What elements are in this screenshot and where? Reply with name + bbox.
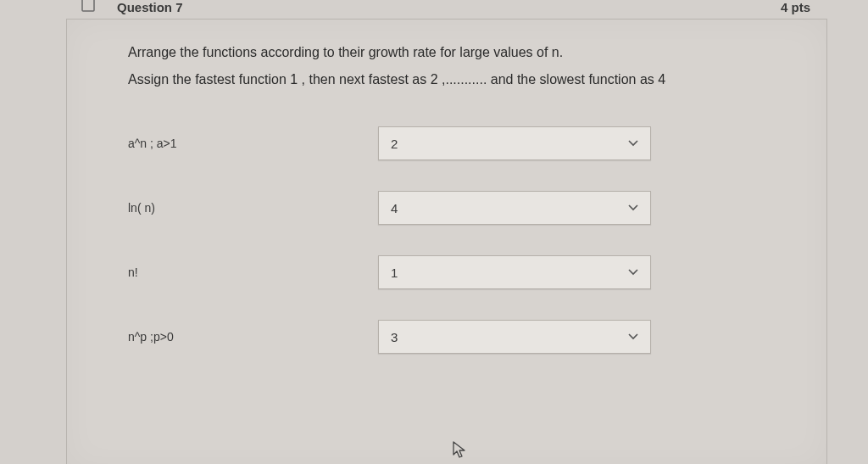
question-container: Question 7 4 pts Arrange the functions a… xyxy=(66,0,827,464)
chevron-down-icon xyxy=(628,267,638,277)
select-value: 1 xyxy=(391,266,628,280)
chevron-down-icon xyxy=(628,138,638,148)
function-row: n! 1 xyxy=(128,255,806,289)
function-label: a^n ; a>1 xyxy=(128,137,378,150)
rank-select-3[interactable]: 1 xyxy=(378,255,651,289)
select-value: 3 xyxy=(391,330,628,344)
chevron-down-icon xyxy=(628,332,638,342)
question-body: Arrange the functions according to their… xyxy=(66,19,827,464)
rank-select-2[interactable]: 4 xyxy=(378,191,651,225)
question-header: Question 7 4 pts xyxy=(66,0,827,19)
function-row: a^n ; a>1 2 xyxy=(128,126,806,160)
instruction-line-2: Assign the fastest function 1 , then nex… xyxy=(128,72,806,87)
select-value: 2 xyxy=(391,137,628,151)
checkbox-icon xyxy=(81,0,95,12)
function-label: ln( n) xyxy=(128,201,378,215)
chevron-down-icon xyxy=(628,203,638,213)
rank-select-1[interactable]: 2 xyxy=(378,126,651,160)
cursor-icon xyxy=(452,440,467,459)
function-row: ln( n) 4 xyxy=(128,191,806,225)
question-points: 4 pts xyxy=(781,0,810,14)
function-label: n! xyxy=(128,266,378,279)
function-label: n^p ;p>0 xyxy=(128,330,378,344)
rank-select-4[interactable]: 3 xyxy=(378,320,651,354)
svg-rect-0 xyxy=(82,0,94,11)
instruction-line-1: Arrange the functions according to their… xyxy=(128,45,806,60)
question-title: Question 7 xyxy=(117,0,183,14)
select-value: 4 xyxy=(391,201,628,215)
function-row: n^p ;p>0 3 xyxy=(128,320,806,354)
